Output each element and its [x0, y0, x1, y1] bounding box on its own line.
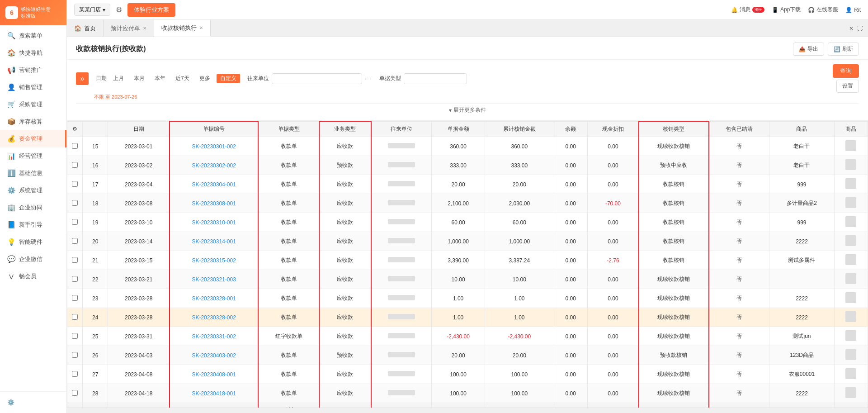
bill-no-link[interactable]: SK-20230408-001 — [192, 371, 236, 378]
bill-no-link[interactable]: SK-20230328-001 — [192, 295, 236, 302]
online-service-action[interactable]: 🎧 在线客服 — [808, 6, 838, 14]
tab-payable-close[interactable]: ✕ — [143, 26, 146, 31]
filter-expand-btn[interactable]: » — [76, 72, 89, 85]
tab-home[interactable]: 🏠 首页 — [67, 20, 104, 37]
sidebar-item-quick-nav[interactable]: 🏠快捷导航 — [0, 44, 66, 62]
table-scrollbar[interactable] — [67, 408, 868, 413]
store-selector[interactable]: 某某门店 ▾ — [74, 4, 110, 16]
table-row: 17 2023-03-04 SK-20230304-001 收款单 应收款 20… — [67, 175, 868, 194]
receipt-type-select[interactable] — [404, 73, 467, 84]
sidebar-item-label: 采购管理 — [19, 100, 42, 109]
cell-checkbox[interactable] — [67, 289, 83, 308]
bill-no-link[interactable]: SK-20230304-001 — [192, 181, 236, 188]
sidebar-item-operations[interactable]: 📊经营管理 — [0, 147, 66, 165]
bill-no-link[interactable]: SK-20230418-001 — [192, 390, 236, 397]
bill-no-link[interactable]: SK-20230314-001 — [192, 238, 236, 245]
cell-checkbox[interactable] — [67, 251, 83, 270]
custom-date-btn[interactable]: 自定义 — [217, 74, 240, 83]
sidebar-item-inventory[interactable]: 📦库存核算 — [0, 113, 66, 130]
cell-biz-type: 预收款 — [319, 156, 371, 175]
cell-checkbox[interactable] — [67, 175, 83, 194]
cell-checkbox[interactable] — [67, 346, 83, 365]
cell-biz-type: 应收款 — [319, 308, 371, 327]
bill-no-link[interactable]: SK-20230328-002 — [192, 314, 236, 321]
table-container[interactable]: ⚙ 日期 单据编号 单据类型 业务类型 往来单位 单据金额 累计核销金额 余额 … — [67, 121, 868, 408]
col-settings[interactable]: ⚙ — [67, 121, 83, 137]
close-window-icon[interactable]: ✕ — [849, 25, 854, 32]
cell-checkbox[interactable] — [67, 270, 83, 289]
last-month-btn[interactable]: 上月 — [109, 73, 127, 84]
notifications-action[interactable]: 🔔 消息 99+ — [731, 6, 764, 14]
bill-no-link[interactable]: SK-20230302-002 — [192, 162, 236, 169]
cell-checkbox[interactable] — [67, 156, 83, 175]
sidebar-item-sales[interactable]: 👤销售管理 — [0, 79, 66, 96]
sidebar-item-marketing[interactable]: 📢营销推广 — [0, 62, 66, 79]
expand-conditions[interactable]: ▾ 展开更多条件 — [76, 103, 859, 116]
cell-date: 2023-04-18 — [108, 384, 170, 403]
cell-goods: 999 — [769, 213, 834, 232]
solution-button[interactable]: 体验行业方案 — [127, 3, 175, 17]
export-button[interactable]: 📤 导出 — [793, 43, 824, 56]
filter-partner: 往来单位 ··· — [247, 73, 372, 84]
query-button[interactable]: 查询 — [833, 64, 859, 78]
table-row: 21 2023-03-15 SK-20230315-002 收款单 应收款 3,… — [67, 251, 868, 270]
sidebar-item-finance[interactable]: 💰资金管理 — [0, 130, 66, 147]
cell-date: 2023-03-02 — [108, 156, 170, 175]
partner-dots[interactable]: ··· — [365, 76, 372, 82]
cell-checkbox[interactable] — [67, 365, 83, 384]
cell-checkbox[interactable] — [67, 384, 83, 403]
bill-no-link[interactable]: SK-20230331-002 — [192, 333, 236, 340]
cell-total-writeoff: 100.00 — [485, 384, 554, 403]
bill-no-link[interactable]: SK-20230403-002 — [192, 352, 236, 359]
cell-partner — [371, 289, 432, 308]
user-action[interactable]: 👤 Rit — [845, 7, 861, 13]
cell-checkbox[interactable] — [67, 194, 83, 213]
cell-goods: 测试jun — [769, 327, 834, 346]
bill-no-link[interactable]: SK-20230315-002 — [192, 257, 236, 264]
table-row: 28 2023-04-18 SK-20230418-001 收款单 应收款 10… — [67, 384, 868, 403]
sidebar-item-basic[interactable]: ℹ️基础信息 — [0, 165, 66, 182]
bill-no-link[interactable]: SK-20230308-001 — [192, 200, 236, 207]
settings-button[interactable]: 设置 — [836, 80, 859, 93]
partner-input[interactable] — [272, 73, 362, 84]
tab-payable[interactable]: 预计应付单 ✕ — [104, 20, 154, 37]
cell-include-settled: 否 — [709, 365, 769, 384]
sidebar-item-search[interactable]: 🔍搜索菜单 — [0, 27, 66, 44]
cell-biz-type: 应收款 — [319, 137, 371, 156]
sidebar-item-hardware[interactable]: 💡智能硬件 — [0, 233, 66, 251]
sidebar-item-wechat[interactable]: 💬企业微信 — [0, 251, 66, 268]
bill-no-link[interactable]: SK-20230301-002 — [192, 143, 236, 150]
tab-collection[interactable]: 收款核销执行 ✕ — [154, 20, 211, 37]
cell-include-settled: 否 — [709, 194, 769, 213]
sidebar-item-system[interactable]: ⚙️系统管理 — [0, 182, 66, 199]
headset-icon: 🎧 — [808, 7, 815, 13]
cell-total-writeoff: 20.00 — [485, 346, 554, 365]
cell-date: 2023-04-03 — [108, 346, 170, 365]
main-table: ⚙ 日期 单据编号 单据类型 业务类型 往来单位 单据金额 累计核销金额 余额 … — [67, 121, 868, 408]
col-balance: 余额 — [554, 121, 587, 137]
sidebar-item-enterprise[interactable]: 🏢企业协同 — [0, 199, 66, 216]
cell-checkbox[interactable] — [67, 213, 83, 232]
cell-checkbox[interactable] — [67, 137, 83, 156]
bill-no-link[interactable]: SK-20230321-003 — [192, 276, 236, 283]
sidebar-settings[interactable]: ⚙️ — [0, 395, 66, 409]
maximize-icon[interactable]: ⛶ — [857, 25, 863, 32]
sidebar-item-guide[interactable]: 📘新手引导 — [0, 216, 66, 233]
cell-checkbox[interactable] — [67, 232, 83, 251]
bill-no-link[interactable]: SK-20230310-001 — [192, 219, 236, 226]
this-year-btn[interactable]: 本年 — [151, 73, 169, 84]
this-month-btn[interactable]: 本月 — [130, 73, 148, 84]
sidebar-item-purchase[interactable]: 🛒采购管理 — [0, 96, 66, 113]
cell-checkbox[interactable] — [67, 327, 83, 346]
settings-icon[interactable]: ⚙ — [116, 5, 122, 14]
table-row: 19 2023-03-10 SK-20230310-001 收款单 应收款 60… — [67, 213, 868, 232]
tab-collection-close[interactable]: ✕ — [199, 25, 203, 30]
cell-goods: 2222 — [769, 308, 834, 327]
more-dates-btn[interactable]: 更多 — [196, 73, 214, 84]
app-download-action[interactable]: 📱 App下载 — [772, 6, 801, 14]
sidebar-item-member[interactable]: V畅会员 — [0, 268, 66, 285]
refresh-button[interactable]: 🔄 刷新 — [828, 43, 859, 56]
sidebar-item-label: 库存核算 — [19, 118, 42, 126]
cell-checkbox[interactable] — [67, 308, 83, 327]
last-7-days-btn[interactable]: 近7天 — [172, 73, 193, 84]
